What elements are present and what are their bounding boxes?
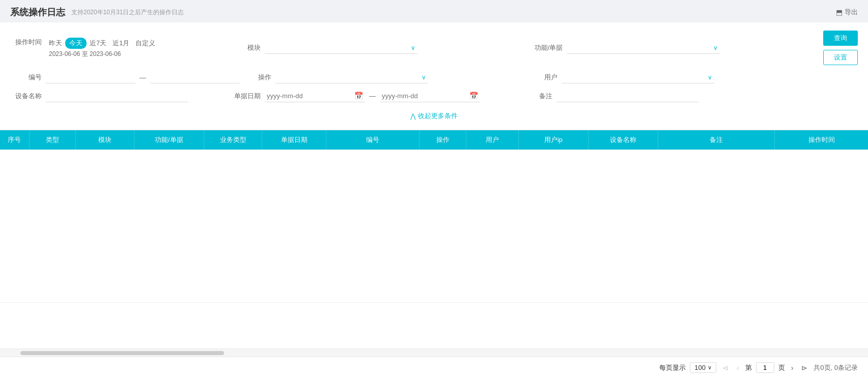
date-from-input[interactable] xyxy=(267,92,352,100)
time-today-btn[interactable]: 今天 xyxy=(65,38,87,49)
col-operation: 操作 xyxy=(419,130,466,150)
settings-button[interactable]: 设置 xyxy=(823,50,858,65)
collapse-bar[interactable]: ⋀ 收起更多条件 xyxy=(10,108,858,122)
collapse-label: 收起更多条件 xyxy=(418,111,458,121)
time-filter-group: 操作时间 昨天 今天 近7天 近1月 自定义 2023-06-06 至 2023… xyxy=(10,38,229,59)
module-filter: 模块 ∨ xyxy=(229,42,526,54)
col-biz-type: 业务类型 xyxy=(204,130,262,150)
prev-page-button[interactable]: ‹ xyxy=(735,363,741,373)
device-input[interactable] xyxy=(46,90,188,102)
col-op-time: 操作时间 xyxy=(775,130,868,150)
action-buttons: 查询 设置 xyxy=(823,31,858,65)
col-user: 用户 xyxy=(466,130,518,150)
voucher-date-filter: 单据日期 📅 — 📅 xyxy=(229,90,516,102)
time-label: 操作时间 xyxy=(10,38,46,47)
export-button[interactable]: ⬒ 导出 xyxy=(836,8,858,17)
horizontal-scrollbar[interactable] xyxy=(0,348,868,357)
col-number: 编号 xyxy=(326,130,419,150)
col-voucher-date: 单据日期 xyxy=(262,130,326,150)
number-from-input[interactable] xyxy=(46,71,135,83)
col-remark: 备注 xyxy=(658,130,775,150)
module-label: 模块 xyxy=(229,43,265,52)
remark-label: 备注 xyxy=(516,92,556,101)
time-7days-btn[interactable]: 近7天 xyxy=(87,38,109,49)
operation-filter: 操作 ∨ xyxy=(240,72,521,83)
time-yesterday-btn[interactable]: 昨天 xyxy=(46,38,65,49)
feature-label: 功能/单据 xyxy=(526,43,567,52)
user-select[interactable]: ∨ xyxy=(562,72,714,83)
time-block: 昨天 今天 近7天 近1月 自定义 2023-06-06 至 2023-06-0… xyxy=(46,38,158,59)
filter-area: 操作时间 昨天 今天 近7天 近1月 自定义 2023-06-06 至 2023… xyxy=(0,22,868,130)
operation-chevron-icon: ∨ xyxy=(422,74,426,81)
page-label2: 页 xyxy=(778,363,785,372)
table-header: 序号 类型 模块 功能/单据 业务类型 单据日期 编号 操作 用户 用户ip 设… xyxy=(0,130,868,150)
page-number-input[interactable] xyxy=(756,362,774,373)
page-title: 系统操作日志 xyxy=(10,6,65,18)
number-label: 编号 xyxy=(10,73,46,82)
table-body xyxy=(0,150,868,302)
per-page-chevron-icon: ∨ xyxy=(708,364,712,371)
filter-row-2: 编号 — 操作 ∨ 用户 ∨ xyxy=(10,71,858,83)
col-type: 类型 xyxy=(29,130,76,150)
device-filter: 设备名称 xyxy=(10,90,229,102)
time-row: 昨天 今天 近7天 近1月 自定义 xyxy=(46,38,158,49)
per-page-label: 每页显示 xyxy=(659,363,686,372)
col-user-ip: 用户ip xyxy=(518,130,588,150)
feature-filter: 功能/单据 ∨ xyxy=(526,42,824,54)
date-to-wrapper: 📅 xyxy=(380,90,480,102)
col-device: 设备名称 xyxy=(589,130,658,150)
number-dash: — xyxy=(139,74,146,81)
user-chevron-icon: ∨ xyxy=(708,74,712,81)
collapse-up-icon: ⋀ xyxy=(410,112,416,120)
remark-input[interactable] xyxy=(556,90,699,102)
empty-row xyxy=(0,150,868,302)
number-filter: 编号 — xyxy=(10,71,240,83)
empty-cell xyxy=(0,150,868,302)
operation-select[interactable]: ∨ xyxy=(275,72,428,83)
user-label: 用户 xyxy=(521,73,562,82)
filter-row-3: 设备名称 单据日期 📅 — 📅 备注 xyxy=(10,90,858,102)
module-select[interactable]: ∨ xyxy=(265,42,417,54)
module-chevron-icon: ∨ xyxy=(411,44,415,51)
date-dash: — xyxy=(369,92,376,100)
filter-row-1: 操作时间 昨天 今天 近7天 近1月 自定义 2023-06-06 至 2023… xyxy=(10,31,858,65)
table-container: 序号 类型 模块 功能/单据 业务类型 单据日期 编号 操作 用户 用户ip 设… xyxy=(0,130,868,348)
col-feature: 功能/单据 xyxy=(134,130,204,150)
data-table: 序号 类型 模块 功能/单据 业务类型 单据日期 编号 操作 用户 用户ip 设… xyxy=(0,130,868,303)
page-header: 系统操作日志 支持2020年10月31日之后产生的操作日志 ⬒ 导出 xyxy=(0,0,868,22)
col-seq: 序号 xyxy=(0,130,29,150)
export-icon: ⬒ xyxy=(836,8,843,16)
next-page-button[interactable]: › xyxy=(789,363,796,373)
scroll-thumb[interactable] xyxy=(20,351,224,355)
user-filter: 用户 ∨ xyxy=(521,72,802,83)
time-custom-btn[interactable]: 自定义 xyxy=(132,38,158,49)
per-page-select[interactable]: 100 ∨ xyxy=(690,362,716,373)
remark-filter: 备注 xyxy=(516,90,802,102)
feature-chevron-icon: ∨ xyxy=(713,44,718,51)
time-range-text: 2023-06-06 至 2023-06-06 xyxy=(49,50,158,59)
date-to-input[interactable] xyxy=(382,92,467,100)
col-module: 模块 xyxy=(76,130,134,150)
collapse-button[interactable]: ⋀ 收起更多条件 xyxy=(410,111,458,121)
date-from-wrapper: 📅 xyxy=(265,90,365,102)
feature-select[interactable]: ∨ xyxy=(567,42,720,54)
device-label: 设备名称 xyxy=(10,92,46,101)
operation-label: 操作 xyxy=(240,73,275,82)
voucher-date-label: 单据日期 xyxy=(229,92,265,101)
last-page-button[interactable]: ⊳ xyxy=(799,363,809,373)
table-header-row: 序号 类型 模块 功能/单据 业务类型 单据日期 编号 操作 用户 用户ip 设… xyxy=(0,130,868,150)
time-1month-btn[interactable]: 近1月 xyxy=(109,38,132,49)
first-page-button[interactable]: ⊲ xyxy=(720,363,731,373)
number-to-input[interactable] xyxy=(150,71,240,83)
calendar-from-icon[interactable]: 📅 xyxy=(354,92,363,100)
per-page-value: 100 xyxy=(694,364,706,371)
query-button[interactable]: 查询 xyxy=(823,31,858,46)
page-label: 第 xyxy=(745,363,752,372)
calendar-to-icon[interactable]: 📅 xyxy=(469,92,478,100)
pagination-total: 共0页, 0条记录 xyxy=(814,363,858,372)
page-subtitle: 支持2020年10月31日之后产生的操作日志 xyxy=(71,8,184,17)
export-label: 导出 xyxy=(845,8,858,17)
pagination-bar: 每页显示 100 ∨ ⊲ ‹ 第 页 › ⊳ 共0页, 0条记录 xyxy=(0,357,868,378)
